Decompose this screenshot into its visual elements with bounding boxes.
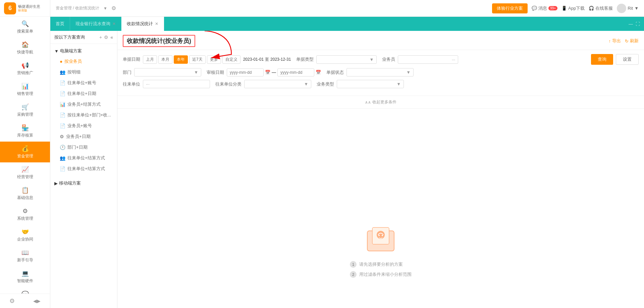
app-download-action[interactable]: 📱 App下载 bbox=[561, 5, 585, 11]
collapse-panel-icon[interactable]: « bbox=[110, 35, 113, 40]
date-btn-this-year[interactable]: 本年 bbox=[174, 55, 188, 64]
tab-collection[interactable]: 收款情况统计 ✕ bbox=[121, 17, 164, 31]
minimize-icon[interactable]: — bbox=[629, 21, 633, 27]
dept-select[interactable]: ▼ bbox=[134, 68, 201, 76]
user-avatar bbox=[617, 4, 626, 13]
salesperson-filter-item: 业务员 ··· bbox=[382, 55, 458, 64]
tab-bank-close[interactable]: ✕ bbox=[112, 21, 116, 26]
sidebar-item-marketing[interactable]: 📢 营销推广 bbox=[0, 58, 50, 79]
left-panel-header-icons: + ⚙ « bbox=[99, 35, 113, 40]
finance-icon: 💰 bbox=[21, 145, 29, 152]
marketing-icon: 📢 bbox=[21, 62, 29, 69]
refresh-button[interactable]: ↻ 刷新 bbox=[625, 38, 639, 44]
date-separator: 至 bbox=[265, 57, 269, 62]
sidebar-item-warehouse[interactable]: 🏪 库存核算 bbox=[0, 121, 50, 142]
tree-item-salesperson-settlement[interactable]: 📊 业务员+结算方式 bbox=[50, 99, 117, 110]
calendar-to-icon[interactable]: 📅 bbox=[316, 70, 321, 75]
gear-settings-icon[interactable]: ⚙ bbox=[111, 5, 116, 11]
tab-home[interactable]: 首页 bbox=[50, 17, 70, 31]
export-button[interactable]: ↑ 导出 bbox=[609, 38, 621, 44]
doc-status-label: 单据状态 bbox=[326, 69, 344, 75]
sidebar-item-sales[interactable]: 📊 销售管理 bbox=[0, 79, 50, 100]
query-actions: 查询 设置 bbox=[591, 54, 639, 65]
sidebar-item-cooperation[interactable]: 🤝 企业协同 bbox=[0, 225, 50, 246]
counterparty-select[interactable]: ··· bbox=[143, 80, 210, 88]
tree-item-salesperson-account[interactable]: 📄 业务员+账号 bbox=[50, 120, 117, 131]
sales-icon: 📊 bbox=[21, 83, 29, 90]
date-btn-last-7[interactable]: 近7天 bbox=[189, 55, 206, 64]
desktop-section-header[interactable]: ▼ 电脑端方案 bbox=[50, 46, 117, 56]
sidebar-item-search[interactable]: 🔍 搜索菜单 bbox=[0, 17, 50, 38]
tree-item-salesperson[interactable]: ● 按业务员 bbox=[50, 56, 117, 67]
empty-steps: 1 请先选择要分析的方案 2 用过滤条件来缩小分析范围 bbox=[350, 261, 412, 281]
salesperson-icon: ● bbox=[60, 59, 62, 64]
sidebar-item-finance[interactable]: 💰 资金管理 bbox=[0, 142, 50, 162]
filter-settings-button[interactable]: 设置 bbox=[616, 54, 639, 65]
sidebar-item-hardware[interactable]: 💻 智能硬件 bbox=[0, 266, 50, 287]
step-2-text: 用过滤条件来缩小分析范围 bbox=[359, 271, 412, 277]
message-icon: 💬 bbox=[532, 6, 537, 11]
message-action[interactable]: 💬 消息 99+ bbox=[532, 5, 557, 11]
tree-item-dept-date[interactable]: 🕐 部门+日期 bbox=[50, 142, 117, 153]
filter-area: 单据日期 上月 本月 本年 近7天 更多 自定义 2023-01-01 bbox=[117, 50, 644, 96]
user-area[interactable]: Rit ▼ bbox=[617, 4, 639, 13]
scheme-settings-icon[interactable]: ⚙ bbox=[104, 35, 108, 40]
mobile-expand-icon: ▶ bbox=[54, 181, 58, 186]
collapse-button[interactable]: ∧∧ 收起更多条件 bbox=[365, 99, 396, 105]
online-service-action[interactable]: 🎧 在线客服 bbox=[589, 5, 613, 11]
filter-row-1: 单据日期 上月 本月 本年 近7天 更多 自定义 2023-01-01 bbox=[123, 54, 639, 65]
footer-settings-icon[interactable]: ⚙ bbox=[9, 297, 15, 305]
sidebar-item-guide[interactable]: 📖 新手引导 bbox=[0, 246, 50, 266]
tab-bank[interactable]: 现金银行流水查询 ✕ bbox=[70, 17, 121, 31]
date-btn-more[interactable]: 更多 bbox=[207, 55, 221, 64]
app-download-label: App下载 bbox=[568, 5, 585, 11]
salesperson-select[interactable]: ··· bbox=[398, 55, 458, 64]
calendar-from-icon[interactable]: 📅 bbox=[265, 70, 270, 75]
query-button[interactable]: 查询 bbox=[591, 54, 613, 65]
tree-item-partner-dept[interactable]: 📄 按往来单位+部门+收... bbox=[50, 110, 117, 120]
empty-state-icon bbox=[361, 221, 401, 254]
page-header-actions: ↑ 导出 ↻ 刷新 bbox=[609, 38, 639, 44]
tree-item-salesperson-date[interactable]: ⚙ 业务员+日期 bbox=[50, 131, 117, 142]
sidebar-item-purchase[interactable]: 🛒 采购管理 bbox=[0, 100, 50, 121]
chevron-down-icon[interactable]: ▼ bbox=[103, 6, 107, 11]
mobile-section-header[interactable]: ▶ 移动端方案 bbox=[50, 178, 117, 188]
sidebar-label-search: 搜索菜单 bbox=[17, 29, 33, 34]
maximize-icon[interactable]: ⛶ bbox=[636, 21, 640, 27]
dept-date-icon: 🕐 bbox=[60, 145, 65, 150]
sidebar-item-wechat[interactable]: 💬 企业微信 bbox=[0, 287, 50, 294]
business-type-arrow-icon: ▼ bbox=[396, 82, 401, 87]
footer-expand-icon[interactable]: ◀▶ bbox=[33, 298, 41, 304]
tree-item-salesperson-label: 按业务员 bbox=[64, 58, 82, 64]
audit-date-from-input[interactable] bbox=[227, 68, 264, 76]
desktop-section: ▼ 电脑端方案 ● 按业务员 👥 按明细 📄 往来单位+账号 📄 往来 bbox=[50, 44, 117, 176]
add-scheme-icon[interactable]: + bbox=[99, 35, 102, 40]
business-type-select[interactable]: ▼ bbox=[337, 80, 404, 88]
tree-item-partner-settlement2[interactable]: 📄 往来单位+结算方式 bbox=[50, 163, 117, 174]
audit-date-to-input[interactable] bbox=[277, 68, 314, 76]
tree-item-partner-date[interactable]: 📄 往来单位+日期 bbox=[50, 88, 117, 99]
date-btn-last-month[interactable]: 上月 bbox=[143, 55, 157, 64]
trial-btn[interactable]: 体验行业方案 bbox=[492, 3, 528, 13]
page-header: 收款情况统计(按业务员) ↑ 导出 bbox=[117, 31, 644, 50]
refresh-icon: ↻ bbox=[625, 39, 629, 44]
sidebar-item-system[interactable]: ⚙ 系统管理 bbox=[0, 204, 50, 225]
tree-item-partner-account[interactable]: 📄 往来单位+账号 bbox=[50, 78, 117, 88]
mobile-section: ▶ 移动端方案 bbox=[50, 176, 117, 190]
date-btn-custom[interactable]: 自定义 bbox=[222, 55, 240, 64]
headset-icon: 🎧 bbox=[589, 6, 594, 11]
sidebar-item-quick-nav[interactable]: 🏠 快捷导航 bbox=[0, 38, 50, 58]
empty-state-area: 1 请先选择要分析的方案 2 用过滤条件来缩小分析范围 bbox=[117, 109, 644, 308]
tree-item-detail[interactable]: 👥 按明细 bbox=[50, 67, 117, 78]
dept-filter-item: 部门 ▼ bbox=[123, 68, 201, 76]
doc-type-select[interactable]: ▼ bbox=[316, 55, 377, 64]
doc-status-select[interactable]: ▼ bbox=[346, 68, 414, 76]
sidebar-item-basic[interactable]: 📋 基础信息 bbox=[0, 183, 50, 204]
tab-collection-close[interactable]: ✕ bbox=[155, 21, 158, 26]
tree-item-partner-settlement1[interactable]: 👥 往来单位+结算方式 bbox=[50, 153, 117, 163]
date-btn-this-month[interactable]: 本月 bbox=[158, 55, 172, 64]
counterparty-category-select[interactable]: ▼ bbox=[244, 80, 311, 88]
sidebar-item-operation[interactable]: 📈 经营管理 bbox=[0, 162, 50, 183]
counterparty-more-icon[interactable]: ··· bbox=[146, 82, 150, 87]
sidebar-label-finance: 资金管理 bbox=[17, 153, 33, 159]
